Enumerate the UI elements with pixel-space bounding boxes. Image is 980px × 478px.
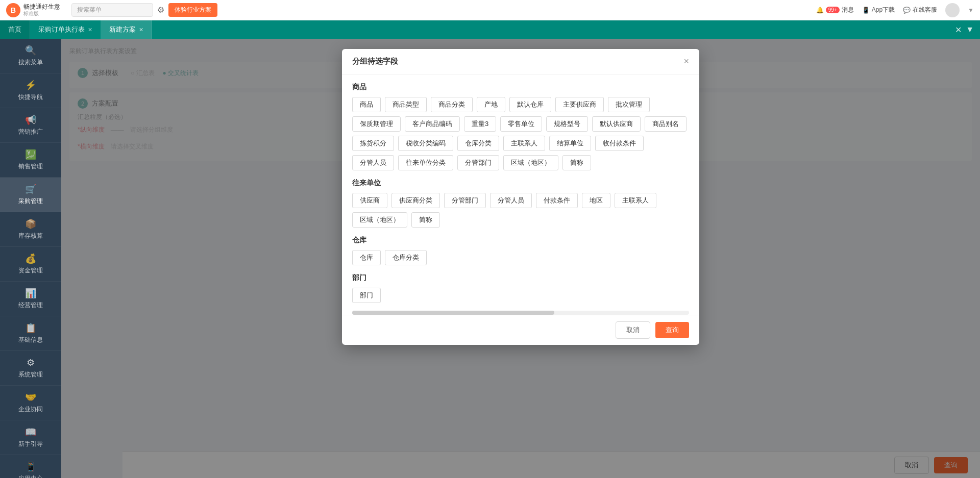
- field-group-partner-title: 往来单位: [352, 179, 689, 188]
- field-tag-goods-origin[interactable]: 产地: [477, 97, 505, 112]
- field-tag-partner-abbr[interactable]: 简称: [411, 212, 440, 228]
- field-tag-goods-partner-category[interactable]: 往来单位分类: [398, 155, 453, 170]
- field-tag-goods-contact[interactable]: 主联系人: [503, 136, 545, 151]
- modal-close-button[interactable]: ×: [683, 56, 689, 67]
- field-tag-partner-manager[interactable]: 分管人员: [490, 193, 532, 208]
- field-tag-partner-contact[interactable]: 主联系人: [615, 193, 656, 208]
- guide-icon: 📖: [25, 426, 36, 438]
- field-group-warehouse: 仓库 仓库 仓库分类: [352, 236, 689, 265]
- field-tag-partner-supplier[interactable]: 供应商: [352, 193, 387, 208]
- field-tag-goods-default-supplier[interactable]: 默认供应商: [592, 116, 641, 132]
- horizontal-scrollbar-thumb[interactable]: [352, 311, 554, 315]
- field-tag-goods-quality[interactable]: 保质期管理: [352, 116, 401, 132]
- trial-button[interactable]: 体验行业方案: [168, 3, 217, 17]
- field-tag-goods-type[interactable]: 商品类型: [385, 97, 427, 112]
- modal-body: 商品 商品 商品类型 商品分类 产地 默认仓库 主要供应商 批次管理 保质期管理…: [342, 74, 699, 309]
- sidebar-item-purchase[interactable]: 🛒 采购管理: [0, 178, 61, 212]
- tab-new-plan-close[interactable]: ✕: [139, 27, 143, 33]
- modal-cancel-button[interactable]: 取消: [616, 321, 650, 339]
- purchase-icon: 🛒: [25, 184, 36, 195]
- user-avatar[interactable]: [945, 3, 960, 17]
- sidebar-item-app-center[interactable]: 📱 应用中心: [0, 455, 61, 478]
- sidebar-item-sales[interactable]: 💹 销售管理: [0, 143, 61, 178]
- field-tag-goods-batch[interactable]: 批次管理: [608, 97, 650, 112]
- field-tag-goods-region[interactable]: 区域（地区）: [503, 155, 558, 170]
- settings-icon[interactable]: ⚙: [157, 5, 164, 15]
- field-tag-partner-supplier-cat[interactable]: 供应商分类: [391, 193, 440, 208]
- basic-icon: 📋: [25, 322, 36, 334]
- field-tag-goods-warehouse[interactable]: 默认仓库: [509, 97, 551, 112]
- field-tag-goods-retail-unit[interactable]: 零售单位: [500, 116, 542, 132]
- field-tag-goods-wh-category[interactable]: 仓库分类: [457, 136, 499, 151]
- field-tag-goods-supplier[interactable]: 主要供应商: [555, 97, 604, 112]
- content-area: 采购订单执行表方案设置 1 选择模板 ○ 汇总表 ● 交叉统计表 2 方案配置 …: [61, 39, 980, 478]
- horizontal-scrollbar-track[interactable]: [352, 311, 689, 315]
- sidebar-item-quick-nav[interactable]: ⚡ 快捷导航: [0, 73, 61, 108]
- sidebar-item-basic[interactable]: 📋 基础信息: [0, 316, 61, 351]
- app-download-link[interactable]: 📱 App下载: [862, 6, 895, 14]
- field-tags-warehouse: 仓库 仓库分类: [352, 250, 689, 265]
- field-tag-goods-weight[interactable]: 重量3: [464, 116, 496, 132]
- field-group-partner: 往来单位 供应商 供应商分类 分管部门 分管人员 付款条件 地区 主联系人 区域…: [352, 179, 689, 228]
- field-tag-partner-payment[interactable]: 付款条件: [536, 193, 578, 208]
- tab-bar-close[interactable]: ✕: [955, 25, 962, 35]
- logo-text: 畅捷通好生意 标准版: [23, 3, 60, 16]
- field-tags-goods: 商品 商品类型 商品分类 产地 默认仓库 主要供应商 批次管理 保质期管理 客户…: [352, 97, 689, 170]
- top-header: B 畅捷通好生意 标准版 搜索菜单 ⚙ 体验行业方案 🔔 99+ 消息 📱 Ap…: [0, 0, 980, 20]
- field-tag-goods-abbr[interactable]: 简称: [562, 155, 591, 170]
- main-layout: 🔍 搜索菜单 ⚡ 快捷导航 📢 营销推广 💹 销售管理 🛒 采购管理 📦 库存核…: [0, 39, 980, 478]
- field-group-department: 部门 部门: [352, 273, 689, 303]
- sidebar-item-inventory[interactable]: 📦 库存核算: [0, 212, 61, 247]
- tab-new-plan[interactable]: 新建方案 ✕: [101, 20, 152, 39]
- field-tag-warehouse-cat[interactable]: 仓库分类: [385, 250, 427, 265]
- field-tag-goods-manager[interactable]: 分管人员: [352, 155, 394, 170]
- field-tag-goods-settle-unit[interactable]: 结算单位: [549, 136, 591, 151]
- field-tag-partner-region[interactable]: 地区: [582, 193, 610, 208]
- bell-icon: 🔔: [816, 7, 824, 14]
- field-tag-partner-dept[interactable]: 分管部门: [444, 193, 486, 208]
- tab-purchase-list-close[interactable]: ✕: [88, 27, 92, 33]
- sidebar-item-operation[interactable]: 📊 经营管理: [0, 282, 61, 316]
- field-tag-goods-goods[interactable]: 商品: [352, 97, 381, 112]
- tab-bar-menu[interactable]: ▼: [966, 25, 974, 34]
- online-service-link[interactable]: 💬 在线客服: [903, 6, 937, 14]
- sidebar-item-marketing[interactable]: 📢 营销推广: [0, 108, 61, 143]
- field-tag-warehouse-wh[interactable]: 仓库: [352, 250, 381, 265]
- sales-icon: 💹: [25, 149, 36, 160]
- modal-confirm-button[interactable]: 查询: [655, 322, 689, 338]
- field-tag-goods-dept[interactable]: 分管部门: [457, 155, 499, 170]
- tab-purchase-list[interactable]: 采购订单执行表 ✕: [30, 20, 101, 39]
- field-tag-goods-tax[interactable]: 税收分类编码: [398, 136, 453, 151]
- user-menu-arrow[interactable]: ▼: [968, 7, 974, 14]
- notification-badge: 99+: [826, 7, 840, 13]
- field-tag-goods-custcode[interactable]: 客户商品编码: [405, 116, 460, 132]
- field-tag-partner-area[interactable]: 区域（地区）: [352, 212, 407, 228]
- sidebar: 🔍 搜索菜单 ⚡ 快捷导航 📢 营销推广 💹 销售管理 🛒 采购管理 📦 库存核…: [0, 39, 61, 478]
- tab-home[interactable]: 首页: [0, 20, 30, 39]
- notification-area[interactable]: 🔔 99+ 消息: [816, 6, 854, 14]
- field-tag-goods-category[interactable]: 商品分类: [431, 97, 473, 112]
- marketing-icon: 📢: [25, 114, 36, 125]
- sidebar-item-finance[interactable]: 💰 资金管理: [0, 247, 61, 282]
- service-icon: 💬: [903, 7, 911, 14]
- field-tag-goods-payment[interactable]: 收付款条件: [595, 136, 644, 151]
- app-center-icon: 📱: [25, 461, 36, 472]
- sidebar-item-system[interactable]: ⚙ 系统管理: [0, 351, 61, 386]
- sidebar-item-enterprise[interactable]: 🤝 企业协同: [0, 386, 61, 420]
- field-tag-goods-alias[interactable]: 商品别名: [645, 116, 687, 132]
- tab-bar-actions: ✕ ▼: [949, 25, 980, 35]
- field-tags-department: 部门: [352, 288, 689, 303]
- sidebar-item-search[interactable]: 🔍 搜索菜单: [0, 39, 61, 73]
- modal-footer: 取消 查询: [342, 315, 699, 345]
- field-tag-goods-spec[interactable]: 规格型号: [546, 116, 588, 132]
- sidebar-item-guide[interactable]: 📖 新手引导: [0, 420, 61, 455]
- nav-tabs: 首页 采购订单执行表 ✕ 新建方案 ✕ ✕ ▼: [0, 20, 980, 39]
- header-right: 🔔 99+ 消息 📱 App下载 💬 在线客服 ▼: [816, 3, 974, 17]
- quick-nav-icon: ⚡: [25, 80, 36, 91]
- field-group-goods-title: 商品: [352, 83, 689, 92]
- download-icon: 📱: [862, 7, 870, 14]
- modal-title: 分组待选字段: [352, 57, 398, 66]
- field-tag-goods-points[interactable]: 拣货积分: [352, 136, 394, 151]
- finance-icon: 💰: [25, 253, 36, 264]
- field-tag-dept-dept[interactable]: 部门: [352, 288, 381, 303]
